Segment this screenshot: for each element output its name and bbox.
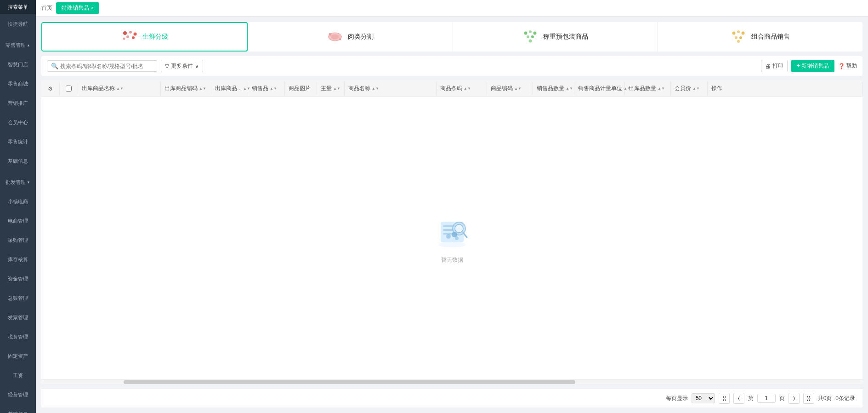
sidebar-item-inventory[interactable]: 库存核算: [0, 250, 36, 269]
help-button[interactable]: ❓ 帮助: [838, 62, 857, 70]
sidebar-item-tax[interactable]: 税务管理: [0, 327, 36, 346]
cat-tab-meat-cut[interactable]: 肉类分割: [248, 22, 453, 52]
th-img: 商品图片: [285, 82, 317, 95]
sidebar-item-base-info[interactable]: 基础信息: [0, 151, 36, 171]
select-all-checkbox[interactable]: [66, 86, 72, 92]
wholesale-arrow: ▼: [27, 180, 30, 184]
total-pages-label: 共0页: [818, 395, 832, 402]
toolbar-left: 🔍 ▽ 更多条件 ∨: [47, 60, 203, 72]
filter-button[interactable]: ▽ 更多条件 ∨: [161, 60, 203, 72]
svg-point-15: [529, 40, 532, 43]
new-item-button[interactable]: + 新增销售品: [791, 60, 834, 72]
settings-icon: ⚙: [48, 86, 53, 92]
svg-point-2: [133, 33, 136, 36]
topbar-home[interactable]: 首页: [41, 4, 52, 12]
sidebar-item-smart-store[interactable]: 智慧门店: [0, 55, 36, 74]
sort-icon-outqty[interactable]: ▲▼: [658, 87, 665, 91]
sort-icon-saleqty[interactable]: ▲▼: [566, 87, 573, 91]
page-size-select[interactable]: 50 100 200: [692, 393, 715, 403]
sidebar-item-ecom[interactable]: 电商管理: [0, 211, 36, 230]
weight-pack-icon: [522, 29, 539, 45]
sort-icon-sale[interactable]: ▲▼: [270, 87, 277, 91]
th-op: 操作: [708, 82, 862, 95]
sort-icon-barcode[interactable]: ▲▼: [464, 87, 471, 91]
next-page-button[interactable]: ⟩: [789, 393, 800, 404]
svg-point-20: [739, 36, 742, 39]
sidebar-item-ledger[interactable]: 总账管理: [0, 288, 36, 308]
combo-icon: [730, 29, 747, 45]
sidebar-item-retail-mall[interactable]: 零售商城: [0, 74, 36, 93]
category-tabs: 生鲜分级 肉类分割: [41, 22, 862, 52]
th-checkbox[interactable]: [60, 83, 78, 94]
th-settings[interactable]: ⚙: [41, 83, 60, 95]
last-page-button[interactable]: ⟩⟩: [803, 393, 814, 404]
empty-text: 暂无数据: [441, 256, 463, 264]
svg-point-22: [438, 242, 466, 247]
sidebar-item-hr[interactable]: 工资: [0, 366, 36, 385]
horizontal-scrollbar[interactable]: [41, 379, 862, 384]
page-size-label: 每页显示: [666, 395, 688, 402]
sidebar-item-finance[interactable]: 资金管理: [0, 269, 36, 288]
main-content: 首页 特殊销售品 × 生鲜分级: [36, 0, 868, 413]
table-header: ⚙ 出库商品名称 ▲▼ 出库商品编码 ▲▼ 出库商品... ▲▼: [41, 80, 862, 97]
sidebar-item-base2[interactable]: 基础信息: [0, 404, 36, 413]
toolbar-right: 🖨 打印 + 新增销售品 ❓ 帮助: [761, 60, 857, 72]
sort-icon-out-code[interactable]: ▲▼: [199, 87, 206, 91]
cat-tab-fresh-grade[interactable]: 生鲜分级: [41, 22, 248, 52]
sidebar-item-retail[interactable]: 零售管理 ▲: [0, 35, 36, 55]
sidebar-item-retail-stats[interactable]: 零售统计: [0, 132, 36, 151]
svg-point-9: [339, 38, 341, 40]
empty-illustration: [429, 212, 475, 251]
sidebar-item-invoice[interactable]: 发票管理: [0, 308, 36, 327]
filter-arrow-icon: ∨: [195, 63, 199, 69]
search-box[interactable]: 🔍: [47, 60, 157, 72]
topbar-active-tab[interactable]: 特殊销售品 ×: [56, 2, 99, 14]
sort-icon-gname[interactable]: ▲▼: [372, 87, 379, 91]
filter-label: 更多条件: [171, 62, 193, 70]
th-gcode: 商品编码 ▲▼: [487, 82, 533, 95]
sort-icon-out-name[interactable]: ▲▼: [116, 87, 124, 91]
search-input[interactable]: [60, 63, 152, 69]
sidebar-item-biz[interactable]: 经营管理: [0, 385, 36, 404]
sidebar-item-assets[interactable]: 固定资产: [0, 346, 36, 366]
th-out-code: 出库商品编码 ▲▼: [161, 82, 211, 95]
sidebar-item-members[interactable]: 会员中心: [0, 113, 36, 132]
page-input[interactable]: [757, 394, 776, 403]
search-icon: 🔍: [51, 63, 58, 69]
th-barcode: 商品条码 ▲▼: [437, 82, 487, 95]
svg-point-13: [527, 35, 529, 38]
filter-icon: ▽: [165, 63, 169, 69]
sidebar-item-wholesale[interactable]: 批发管理 ▼: [0, 172, 36, 192]
th-out-sku: 出库商品... ▲▼: [211, 82, 248, 95]
sidebar-item-marketing[interactable]: 营销推广: [0, 93, 36, 113]
retail-arrow: ▲: [27, 43, 30, 47]
sort-icon-gcode[interactable]: ▲▼: [514, 87, 522, 91]
sidebar-item-purchase[interactable]: 采购管理: [0, 230, 36, 250]
sidebar-item-quick-nav[interactable]: 快捷导航: [0, 14, 36, 34]
table-body-empty: 暂无数据: [41, 97, 862, 379]
close-tab-icon[interactable]: ×: [91, 6, 94, 11]
prev-page-button[interactable]: ⟨: [733, 393, 744, 404]
svg-point-8: [329, 33, 331, 35]
toolbar: 🔍 ▽ 更多条件 ∨ 🖨 打印 + 新增销售品 ❓: [41, 56, 862, 76]
print-button[interactable]: 🖨 打印: [761, 60, 788, 72]
svg-point-7: [331, 34, 339, 40]
active-tab-label: 特殊销售品: [62, 4, 89, 12]
th-saleqty: 销售品数量 ▲▼: [533, 82, 574, 95]
meat-cut-icon: [327, 29, 343, 45]
scroll-thumb[interactable]: [124, 380, 575, 384]
cat-tab-weight-pack[interactable]: 称重预包装商品: [453, 22, 658, 52]
sort-icon-main[interactable]: ▲▼: [333, 87, 340, 91]
svg-point-18: [742, 32, 745, 35]
th-main: 主量 ▲▼: [317, 82, 345, 95]
svg-point-21: [737, 40, 740, 43]
sidebar-item-mini-app[interactable]: 小畅电商: [0, 192, 36, 211]
sort-icon-price[interactable]: ▲▼: [692, 87, 700, 91]
svg-point-17: [737, 30, 740, 33]
first-page-button[interactable]: ⟨⟨: [719, 393, 730, 404]
topbar: 首页 特殊销售品 ×: [36, 0, 868, 17]
th-price: 会员价 ▲▼: [671, 82, 708, 95]
svg-point-5: [123, 38, 125, 40]
sidebar-logo[interactable]: 搜索菜单: [0, 0, 36, 14]
cat-tab-combo[interactable]: 组合商品销售: [658, 22, 862, 52]
